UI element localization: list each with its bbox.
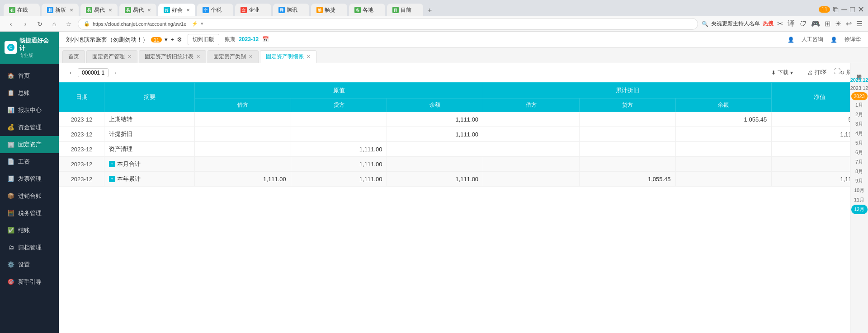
table-row: 2023-12 +本年累计 1,111.00 1,111.00 1,111.00…: [59, 172, 868, 187]
tab-固定资产明细账[interactable]: 固定资产明细账✕: [260, 50, 316, 63]
scissors-icon[interactable]: ✂: [777, 19, 783, 28]
sidebar-item-工资[interactable]: 📄工资: [0, 153, 59, 170]
split-view-icon[interactable]: ⧉: [833, 5, 839, 14]
browser-tab-5[interactable]: 个个税: [197, 4, 233, 16]
row-acc-debit: [483, 172, 580, 187]
period-item-13[interactable]: 11月: [851, 195, 868, 205]
next-page-button[interactable]: ›: [111, 68, 120, 77]
tab-首页[interactable]: 首页: [62, 50, 85, 63]
browser-tab-3[interactable]: 易易代✕: [119, 4, 156, 16]
period-panel-title: 期间选择: [856, 67, 863, 74]
grid-icon[interactable]: ⊞: [825, 19, 830, 28]
tab-close-3[interactable]: ✕: [249, 54, 253, 60]
brightness-icon[interactable]: ☀: [835, 19, 841, 28]
period-item-7[interactable]: 5月: [851, 138, 868, 148]
browser-tab-4[interactable]: 好好会✕: [158, 4, 195, 16]
period-item-5[interactable]: 3月: [851, 119, 868, 129]
add-icon[interactable]: +: [170, 36, 174, 43]
window-close-icon[interactable]: ✕: [858, 5, 864, 14]
expand-panel-button[interactable]: ⛶: [833, 67, 842, 76]
home-button[interactable]: ⌂: [49, 19, 60, 29]
sidebar-item-进销台账[interactable]: 📦进销台账: [0, 188, 59, 205]
switch-version-button[interactable]: 切到旧版: [188, 34, 219, 45]
help-label[interactable]: 人工咨询: [802, 36, 823, 43]
period-item-1[interactable]: 2023.12: [851, 84, 868, 92]
calendar-icon[interactable]: 📅: [262, 36, 269, 42]
sidebar-item-归档管理[interactable]: 🗂归档管理: [0, 239, 59, 256]
address-bar[interactable]: 🔒 https://cloud.chanjet.com/accounting/u…: [78, 18, 698, 30]
sidebar-item-新手引导[interactable]: 🎯新手引导: [0, 273, 59, 291]
table-row: 2023-12 计提折旧 1,111.00 1,111.00: [59, 127, 868, 142]
period-item-8[interactable]: 6月: [851, 148, 868, 157]
game-icon[interactable]: 🎮: [811, 19, 820, 28]
print-icon: 🖨: [807, 70, 813, 76]
row-date: 2023-12: [59, 157, 104, 172]
forward-button[interactable]: ›: [20, 19, 31, 29]
reload-button[interactable]: ↻: [34, 19, 45, 29]
row-orig-balance: 1,111.00: [387, 172, 483, 187]
period-item-9[interactable]: 7月: [851, 157, 868, 167]
sidebar-item-税务管理[interactable]: 🧮税务管理: [0, 205, 59, 222]
period-item-3[interactable]: 1月: [851, 100, 868, 110]
period-item-12[interactable]: 10月: [851, 186, 868, 195]
tab-固定资产管理[interactable]: 固定资产管理✕: [86, 50, 137, 63]
sidebar-item-固定资产[interactable]: 🏢固定资产: [0, 136, 59, 153]
row-acc-balance: [675, 142, 772, 157]
browser-tab-0[interactable]: 在在线: [4, 4, 40, 16]
minimize-icon[interactable]: ─: [841, 5, 847, 14]
period-item-11[interactable]: 9月: [851, 176, 868, 186]
period-item-14[interactable]: 12月: [851, 205, 868, 214]
period-item-0[interactable]: 2023.12: [851, 76, 868, 84]
tab-固定资产折旧统计表[interactable]: 固定资产折旧统计表✕: [139, 50, 206, 63]
tab-close-4[interactable]: ✕: [307, 54, 311, 60]
app-container: C 畅捷通好会计 专业版 🏠首页📋总账📊报表中心💰资金管理🏢固定资产📄工资🧾发票…: [0, 32, 868, 333]
new-tab-button[interactable]: +: [424, 5, 435, 16]
browser-tab-8[interactable]: 畅畅捷: [311, 4, 347, 16]
shield-icon[interactable]: 🛡: [799, 20, 807, 28]
table-row: 2023-12 资产清理 1,111.00: [59, 142, 868, 157]
accumulated-depreciation-header: 累计折旧: [483, 83, 772, 98]
sidebar-item-结账[interactable]: ✅结账: [0, 222, 59, 239]
bookmark-button[interactable]: ☆: [63, 19, 74, 29]
browser-tab-2[interactable]: 易易代✕: [80, 4, 118, 16]
menu-icon[interactable]: ☰: [856, 19, 863, 28]
download-button[interactable]: ⬇ 下载 ▾: [768, 67, 797, 78]
settings-icon[interactable]: ⚙: [177, 36, 182, 43]
sidebar-label-5: 工资: [18, 158, 30, 166]
back-button[interactable]: ‹: [5, 19, 16, 29]
tab-close-2[interactable]: ✕: [196, 54, 200, 60]
browser-tab-9[interactable]: 各各地: [349, 4, 385, 16]
browser-tab-10[interactable]: 目目前: [387, 4, 423, 16]
period-item-6[interactable]: 4月: [851, 129, 868, 138]
browser-tab-1[interactable]: 新新版✕: [42, 4, 79, 16]
ledger-table: 日期 摘要 原值 累计折旧 净值 借方 贷方 余额 借方 贷方 余额: [59, 82, 868, 333]
user-label[interactable]: 徐译华: [844, 36, 861, 43]
row-orig-debit: [195, 157, 291, 172]
browser-tab-7[interactable]: 腾腾讯: [273, 4, 309, 16]
sidebar-icon-1: 📋: [7, 89, 14, 97]
row-acc-balance: [675, 127, 772, 142]
tab-close-1[interactable]: ✕: [127, 54, 132, 60]
sidebar-item-总账[interactable]: 📋总账: [0, 84, 59, 102]
sidebar-item-设置[interactable]: ⚙️设置: [0, 256, 59, 273]
sidebar-item-报表中心[interactable]: 📊报表中心: [0, 102, 59, 119]
sidebar-item-首页[interactable]: 🏠首页: [0, 67, 59, 84]
tab-固定资产类别[interactable]: 固定资产类别✕: [208, 50, 259, 63]
summary-header: 摘要: [104, 83, 195, 112]
period-item-4[interactable]: 2月: [851, 110, 868, 119]
period-item-2[interactable]: 2023: [851, 92, 868, 100]
company-name: 刘小艳演示账套（勿删勿动！）: [66, 36, 148, 44]
period-item-10[interactable]: 8月: [851, 167, 868, 176]
company-selector[interactable]: 刘小艳演示账套（勿删勿动！） 11 ▾ + ⚙: [66, 36, 182, 44]
history-icon[interactable]: ↩: [846, 19, 852, 28]
close-panel-button[interactable]: ✕: [820, 67, 829, 76]
maximize-icon[interactable]: □: [850, 5, 855, 14]
sidebar-icon-9: ✅: [7, 227, 14, 234]
row-summary: +本月合计: [104, 157, 195, 172]
sidebar-item-资金管理[interactable]: 💰资金管理: [0, 119, 59, 136]
prev-page-button[interactable]: ‹: [66, 68, 75, 77]
sidebar-item-发票管理[interactable]: 🧾发票管理: [0, 170, 59, 188]
translate-icon[interactable]: 译: [788, 19, 795, 28]
topbar-right: 👤 人工咨询 👤 徐译华: [788, 36, 861, 43]
browser-tab-6[interactable]: 企企业: [235, 4, 271, 16]
